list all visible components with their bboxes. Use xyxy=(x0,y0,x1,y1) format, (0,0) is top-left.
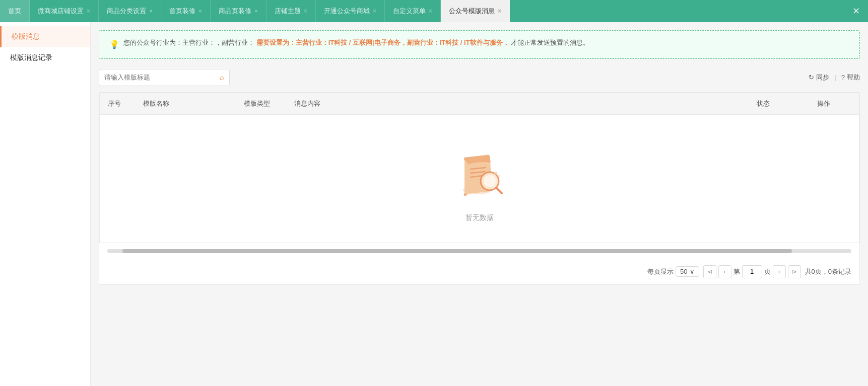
page-size-select: 每页显示 50 ∨ xyxy=(647,266,699,277)
page-size-dropdown[interactable]: 50 ∨ xyxy=(676,266,699,277)
col-header-content: 消息内容 xyxy=(286,93,749,114)
main-content: 💡 您的公众号行业为：主营行业：，副营行业： 需要设置为：主营行业：IT科技 /… xyxy=(91,22,868,386)
search-icon[interactable]: ⌕ xyxy=(220,73,224,82)
svg-point-8 xyxy=(498,175,500,177)
nav-tab-template-msg[interactable]: 公众号模版消息 × xyxy=(441,0,510,22)
close-home-decor[interactable]: × xyxy=(198,8,202,14)
close-open-mall[interactable]: × xyxy=(373,8,376,14)
notice-banner: 💡 您的公众号行业为：主营行业：，副营行业： 需要设置为：主营行业：IT科技 /… xyxy=(99,30,860,59)
nav-tab-category-settings[interactable]: 商品分类设置 × xyxy=(99,0,161,22)
close-store-theme[interactable]: × xyxy=(304,8,307,14)
close-all-tabs-button[interactable]: ✕ xyxy=(844,0,868,22)
nav-tab-home-decor[interactable]: 首页装修 × xyxy=(161,0,211,22)
sync-icon: ↻ xyxy=(809,73,814,81)
first-page-button[interactable]: ⊲ xyxy=(703,265,716,278)
next-page-button[interactable]: › xyxy=(773,265,786,278)
close-custom-menu[interactable]: × xyxy=(429,8,432,14)
page-total: 共0页，0条记录 xyxy=(805,267,851,276)
dropdown-icon: ∨ xyxy=(690,268,695,275)
empty-icon xyxy=(449,145,510,205)
close-template-msg[interactable]: × xyxy=(498,8,501,14)
table-header: 序号 模版名称 模版类型 消息内容 状态 操作 xyxy=(100,93,859,114)
col-header-index: 序号 xyxy=(100,93,135,114)
page-nav: ⊲ ‹ 第 页 › ⊳ xyxy=(703,265,801,278)
svg-line-6 xyxy=(496,188,502,193)
nav-tab-store-settings[interactable]: 微商城店铺设置 × xyxy=(30,0,99,22)
sidebar-item-template-msg[interactable]: 模版消息 xyxy=(0,26,90,47)
page-number-input[interactable] xyxy=(742,265,762,278)
nav-tab-product-decor[interactable]: 商品页装修 × xyxy=(211,0,266,22)
table-container: 序号 模版名称 模版类型 消息内容 状态 操作 xyxy=(99,92,860,285)
top-nav: 首页 微商城店铺设置 × 商品分类设置 × 首页装修 × 商品页装修 × 店铺主… xyxy=(0,0,868,22)
close-product-decor[interactable]: × xyxy=(254,8,258,14)
search-input[interactable] xyxy=(104,73,220,81)
nav-tab-open-mall[interactable]: 开通公众号商城 × xyxy=(316,0,385,22)
horizontal-scrollbar[interactable] xyxy=(99,243,859,259)
notice-text: 您的公众号行业为：主营行业：，副营行业： 需要设置为：主营行业：IT科技 / 互… xyxy=(123,38,589,48)
last-page-button[interactable]: ⊳ xyxy=(788,265,801,278)
col-header-status: 状态 xyxy=(749,93,809,114)
table-body: 暂无数据 xyxy=(100,114,859,243)
main-layout: 模版消息 模版消息记录 💡 您的公众号行业为：主营行业：，副营行业： 需要设置为… xyxy=(0,22,868,386)
search-bar: ⌕ ↻ 同步 | ? 帮助 xyxy=(99,69,860,86)
toolbar-right: ↻ 同步 | ? 帮助 xyxy=(809,73,860,82)
help-button[interactable]: ? 帮助 xyxy=(841,73,860,82)
col-header-type: 模版类型 xyxy=(236,93,286,114)
nav-tab-home[interactable]: 首页 xyxy=(0,0,30,22)
close-category-settings[interactable]: × xyxy=(149,8,153,14)
toolbar-divider: | xyxy=(834,73,836,81)
empty-text: 暂无数据 xyxy=(465,213,494,222)
sidebar: 模版消息 模版消息记录 xyxy=(0,22,91,386)
col-header-action: 操作 xyxy=(809,93,859,114)
empty-state: 暂无数据 xyxy=(100,115,859,243)
prev-page-button[interactable]: ‹ xyxy=(718,265,731,278)
sidebar-item-template-msg-record[interactable]: 模版消息记录 xyxy=(0,47,90,68)
nav-tab-custom-menu[interactable]: 自定义菜单 × xyxy=(385,0,441,22)
help-icon: ? xyxy=(841,73,845,81)
search-input-wrapper: ⌕ xyxy=(99,69,230,86)
nav-tab-store-theme[interactable]: 店铺主题 × xyxy=(266,0,316,22)
notice-icon: 💡 xyxy=(109,38,119,51)
close-store-settings[interactable]: × xyxy=(87,8,90,14)
pagination: 每页显示 50 ∨ ⊲ ‹ 第 页 › ⊳ 共0页，0条记录 xyxy=(99,259,859,284)
sync-button[interactable]: ↻ 同步 xyxy=(809,73,829,82)
svg-point-5 xyxy=(484,175,496,187)
col-header-name: 模版名称 xyxy=(135,93,236,114)
svg-point-7 xyxy=(494,172,497,175)
data-table: 序号 模版名称 模版类型 消息内容 状态 操作 xyxy=(99,93,859,243)
